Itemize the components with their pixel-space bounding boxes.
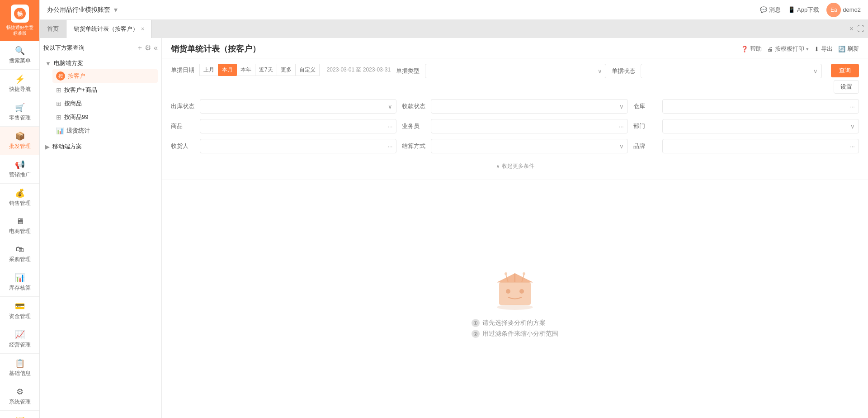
goods-label: 商品	[171, 122, 196, 130]
leaf-customer-icon: 按	[56, 71, 65, 81]
topbar-right: 💬 消息 📱 App下载 Ea demo2	[760, 3, 861, 17]
receipt-status-label: 收款状态	[402, 102, 427, 110]
add-scheme-icon[interactable]: +	[138, 44, 142, 52]
doc-type-select[interactable]: ∨	[425, 64, 606, 78]
sidebar-item-label: 批发管理	[9, 142, 31, 150]
collapse-panel-icon[interactable]: «	[154, 44, 158, 52]
print-btn[interactable]: 🖨 按模板打印 ▾	[767, 45, 809, 53]
page-wrapper: 按以下方案查询 + ⚙ « ▼ 电脑端方案 按	[40, 38, 868, 418]
sidebar-item-purchase[interactable]: 🛍 采购管理	[0, 240, 39, 268]
avatar: Ea	[826, 3, 841, 17]
sidebar-item-management[interactable]: 📈 经营管理	[0, 325, 39, 354]
sidebar-item-inventory[interactable]: 📊 库存核算	[0, 268, 39, 297]
goods-select[interactable]: ···	[200, 119, 396, 133]
date-tab-more[interactable]: 更多	[277, 64, 296, 76]
settings-scheme-icon[interactable]: ⚙	[145, 43, 151, 52]
sidebar-item-retail[interactable]: 🛒 零售管理	[0, 98, 39, 127]
empty-illustration	[488, 257, 542, 312]
tree-group-desktop-header[interactable]: ▼ 电脑端方案	[43, 57, 158, 69]
dropdown-icon[interactable]: ▾	[114, 5, 118, 14]
tab-close-icon[interactable]: ×	[141, 26, 144, 32]
doc-type-label: 单据类型	[396, 67, 421, 75]
brand-ellipsis: ···	[850, 143, 855, 150]
empty-tip2: 用过滤条件来缩小分析范围	[482, 330, 558, 338]
doc-type-chevron-icon: ∨	[598, 68, 602, 75]
date-tab-this-month[interactable]: 本月	[218, 64, 237, 76]
department-label: 部门	[633, 122, 659, 130]
empty-tips: ① 请先选择要分析的方案 ② 用过滤条件来缩小分析范围	[472, 319, 558, 341]
sidebar-item-label: 采购管理	[9, 256, 31, 263]
sidebar-item-basic-info[interactable]: 📋 基础信息	[0, 354, 39, 382]
sidebar-item-system[interactable]: ⚙ 系统管理	[0, 382, 39, 411]
collapse-bar[interactable]: ∧ 收起更多条件	[171, 159, 859, 174]
doc-status-select[interactable]: ∨	[641, 64, 822, 78]
department-select[interactable]: ∨	[662, 119, 859, 133]
tab-close-window-icon[interactable]: ×	[849, 25, 854, 33]
refresh-btn[interactable]: 🔄 刷新	[838, 45, 859, 53]
export-btn[interactable]: ⬇ 导出	[814, 45, 833, 53]
sidebar-item-label: 销售管理	[9, 200, 31, 207]
query-button[interactable]: 查询	[831, 64, 859, 77]
out-status-label: 出库状态	[171, 102, 196, 110]
sidebar-item-label: 经营管理	[9, 341, 31, 349]
date-tab-custom[interactable]: 自定义	[295, 64, 320, 76]
tree-leaf-label: 按商品99	[64, 113, 88, 121]
date-filter-label: 单据日期	[171, 66, 196, 74]
salesperson-select[interactable]: ···	[431, 119, 627, 133]
svg-rect-3	[499, 282, 531, 305]
receipt-status-select[interactable]: ∨	[431, 99, 627, 114]
date-tab-this-year[interactable]: 本年	[236, 64, 255, 76]
recipient-select[interactable]: ···	[200, 139, 396, 153]
sidebar-item-ecommerce[interactable]: 🖥 电商管理	[0, 212, 39, 240]
recipient-ellipsis: ···	[387, 143, 392, 150]
tip-num-1: ①	[472, 319, 480, 327]
help-icon: ❓	[741, 46, 748, 52]
tab-home[interactable]: 首页	[40, 20, 66, 38]
sidebar-item-finance[interactable]: 💳 资金管理	[0, 297, 39, 325]
download-icon: 📱	[788, 6, 795, 13]
sidebar-item-wholesale[interactable]: 📦 批发管理	[0, 127, 39, 155]
date-tab-last-7[interactable]: 近7天	[255, 64, 277, 76]
out-status-select[interactable]: ∨	[200, 99, 396, 114]
sidebar-item-quicknav[interactable]: ⚡ 快捷导航	[0, 70, 39, 98]
ecommerce-icon: 🖥	[16, 217, 24, 226]
tab-sales-stats-label: 销货单统计表（按客户）	[74, 25, 138, 33]
print-icon: 🖨	[767, 46, 773, 52]
sidebar: 畅 畅捷通好生意 标准版 🔍 搜索菜单 ⚡ 快捷导航 🛒 零售管理 📦 批发管理…	[0, 0, 40, 418]
recipient-label: 收货人	[171, 142, 196, 150]
user-btn[interactable]: Ea demo2	[826, 3, 861, 17]
basic-info-icon: 📋	[15, 358, 25, 368]
settings-button[interactable]: 设置	[834, 80, 859, 94]
tab-maximize-icon[interactable]: ⛶	[857, 25, 864, 33]
sidebar-item-marketing[interactable]: 📢 营销推广	[0, 155, 39, 184]
warehouse-select[interactable]: ···	[662, 99, 859, 114]
date-tab-last-month[interactable]: 上月	[199, 64, 218, 76]
tree-leaf-by-goods[interactable]: ⊞ 按商品	[52, 97, 158, 110]
left-panel-header: 按以下方案查询 + ⚙ «	[43, 43, 158, 52]
tree-leaf-by-customer[interactable]: 按 按客户	[52, 69, 158, 83]
date-tabs: 上月 本月 本年 近7天 更多 自定义	[200, 64, 320, 76]
tree-leaf-by-customer-goods[interactable]: ⊞ 按客户+商品	[52, 84, 158, 96]
tree-leaf-label: 退货统计	[66, 127, 90, 135]
help-btn[interactable]: ❓ 帮助	[741, 45, 762, 53]
sidebar-item-sales[interactable]: 💰 销售管理	[0, 184, 39, 212]
tree-group-mobile-header[interactable]: ▶ 移动端方案	[43, 141, 158, 152]
print-dropdown-icon[interactable]: ▾	[806, 46, 809, 52]
empty-tip1: 请先选择要分析的方案	[482, 319, 546, 327]
tree-group-desktop-children: 按 按客户 ⊞ 按客户+商品 ⊞ 按商品 ⊞ 按商品99	[52, 69, 158, 137]
system-icon: ⚙	[16, 387, 24, 397]
tree-leaf-by-goods99[interactable]: ⊞ 按商品99	[52, 111, 158, 124]
sidebar-item-label: 系统管理	[9, 398, 31, 406]
tree-leaf-return-stats[interactable]: 📊 退货统计	[52, 124, 158, 137]
app-download-btn[interactable]: 📱 App下载	[788, 6, 819, 14]
message-icon: 💬	[760, 6, 767, 13]
sidebar-item-label: 营销推广	[9, 171, 31, 179]
svg-point-10	[505, 272, 507, 275]
message-btn[interactable]: 💬 消息	[760, 6, 781, 14]
sidebar-item-enterprise[interactable]: 🤝 企业协同	[0, 411, 39, 418]
sidebar-item-search[interactable]: 🔍 搜索菜单	[0, 41, 39, 70]
settlement-select[interactable]: ∨	[431, 139, 627, 153]
out-status-chevron-icon: ∨	[388, 103, 392, 110]
brand-select[interactable]: ···	[662, 139, 859, 153]
tab-sales-stats[interactable]: 销货单统计表（按客户） ×	[66, 20, 152, 38]
